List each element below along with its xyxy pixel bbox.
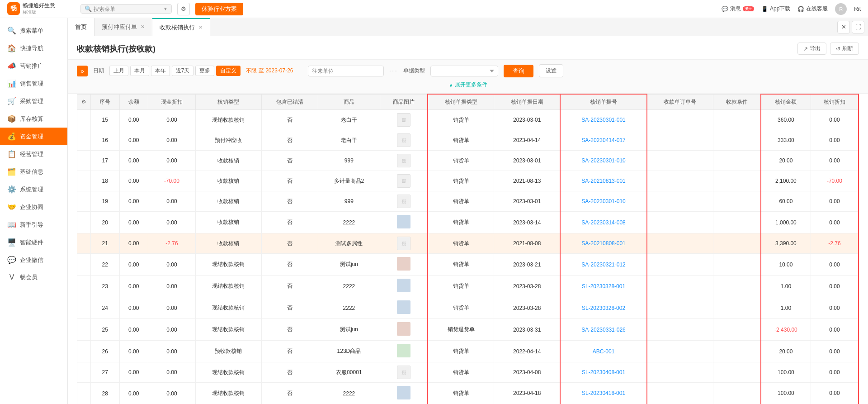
verify-doc-no-link[interactable]: SA-20230321-012 [581,261,625,268]
cell-cash-discount: 0.00 [148,276,196,297]
verify-doc-no-link[interactable]: SA-20230301-010 [581,157,625,164]
message-label: 消息 [730,5,741,13]
cell-receipt-terms [713,362,761,383]
search-icon: 🔍 [7,26,16,35]
col-header-cash-discount: 现金折扣 [148,94,196,110]
message-item[interactable]: 💬 消息 99+ [722,5,754,13]
gear-button[interactable]: ⚙ [177,3,190,15]
goods-img [397,322,410,336]
sidebar-label-vip: 畅会员 [20,273,38,281]
cell-verify-amount: 360.00 [761,110,811,130]
expand-label: 展开更多条件 [455,81,487,89]
partner-input[interactable] [308,66,384,76]
cell-balance: 0.00 [119,341,148,362]
tab-receivable-close[interactable]: ✕ [198,24,203,30]
logo-text-block: 畅捷通好生意 标准版 [23,2,55,15]
sidebar-item-basic[interactable]: 🗂️ 基础信息 [0,163,67,181]
cell-verify-doc-type: 销货单 [428,383,494,404]
tab-receivable[interactable]: 收款核销执行 ✕ [152,18,210,36]
custom-date-btn[interactable]: 自定义 [216,66,241,76]
sidebar-item-guide[interactable]: 📖 新手引导 [0,216,67,233]
query-btn[interactable]: 查询 [504,65,533,77]
sidebar-item-collab[interactable]: 🤝 企业协同 [0,198,67,216]
this-year-btn[interactable]: 本年 [151,66,170,76]
cell-cash-discount: 0.00 [148,341,196,362]
cell-goods-img [380,297,428,319]
expand-arrow-btn[interactable]: » [77,66,88,76]
last-7days-btn[interactable]: 近7天 [172,66,194,76]
sidebar-item-inventory[interactable]: 📦 库存核算 [0,110,67,128]
verify-doc-no-link[interactable]: SA-20210813-001 [581,178,625,184]
verify-doc-no-link[interactable]: SL-20230328-002 [582,305,625,311]
more-date-btn[interactable]: 更多 [195,66,214,76]
app-download-item[interactable]: 📱 App下载 [761,5,790,13]
cell-receipt-order-no [647,254,713,276]
tab-home[interactable]: 首页 [68,18,94,36]
col-header-receipt-order-no: 收款单订单号 [647,94,713,110]
refresh-btn[interactable]: ↺ 刷新 [830,43,859,55]
sidebar-item-marketing[interactable]: 📣 营销推广 [0,57,67,75]
cell-receipt-order-no [647,341,713,362]
cell-goods-img [380,383,428,404]
user-avatar[interactable]: R [835,3,847,15]
col-header-verify-doc-date: 核销单据日期 [494,94,561,110]
sidebar-item-purchase[interactable]: 🛒 采购管理 [0,92,67,110]
cell-cash-discount: 0.00 [148,110,196,130]
this-month-btn[interactable]: 本月 [130,66,149,76]
sidebar-item-vip[interactable]: V 畅会员 [0,269,67,286]
verify-doc-no-link[interactable]: SA-20210808-001 [581,240,625,247]
sidebar-item-system[interactable]: ⚙️ 系统管理 [0,181,67,198]
last-month-btn[interactable]: 上月 [109,66,128,76]
cell-goods: 999 [318,191,380,212]
verify-doc-no-link[interactable]: SA-20230301-001 [581,117,625,123]
cell-included-cleared: 否 [261,151,318,171]
sidebar-item-sales[interactable]: 📊 销售管理 [0,75,67,92]
cell-balance: 0.00 [119,110,148,130]
verify-doc-no-link[interactable]: SL-20230408-001 [582,369,625,375]
cell-cash-discount: -70.00 [148,171,196,191]
table-row: 23 0.00 0.00 现结收款核销 否 2222 销货单 2023-03-2… [77,276,859,297]
online-service-item[interactable]: 🎧 在线客服 [797,5,828,13]
hardware-icon: 🖥️ [7,238,16,247]
settings-filter-btn[interactable]: 设置 [539,64,563,77]
sidebar-item-quicknav[interactable]: 🏠 快捷导航 [0,39,67,57]
verify-doc-no-link[interactable]: SA-20230414-017 [581,137,625,143]
verify-doc-no-link[interactable]: SL-20230328-001 [582,283,625,290]
sidebar-item-business[interactable]: 📋 经营管理 [0,145,67,163]
tab-prepay[interactable]: 预付冲应付单 ✕ [94,18,152,36]
tab-receivable-label: 收款核销执行 [160,24,195,32]
voucher-type-select[interactable] [430,66,498,76]
tab-close-all-btn[interactable]: ✕ [837,21,850,33]
sidebar-item-wechat[interactable]: 💬 企业微信 [0,251,67,269]
col-header-goods-img: 商品图片 [380,94,428,110]
verify-doc-no-link[interactable]: SA-20230314-008 [581,219,625,226]
verify-doc-no-link[interactable]: ABC-001 [593,348,615,355]
sidebar-item-finance[interactable]: 💰 资金管理 [0,128,67,145]
cell-receipt-order-no [647,191,713,212]
cell-verify-doc-type: 销货退货单 [428,319,494,341]
expand-more-btn[interactable]: ∨ 展开更多条件 [449,81,487,89]
search-input[interactable] [94,6,161,12]
cell-verify-amount: 100.00 [761,362,811,383]
cell-no: 27 [91,362,120,383]
cell-verify-amount: 60.00 [761,191,811,212]
verify-doc-no-link[interactable]: SA-20230331-026 [581,327,625,333]
sidebar-item-hardware[interactable]: 🖥️ 智能硬件 [0,233,67,251]
sidebar-item-search[interactable]: 🔍 搜索菜单 [0,22,67,39]
tab-prepay-close[interactable]: ✕ [141,24,145,30]
cell-goods-img: 🖼 [380,171,428,191]
col-header-settings[interactable]: ⚙ [77,94,91,110]
goods-img-placeholder: 🖼 [397,195,410,208]
cell-goods-img [380,319,428,341]
export-btn[interactable]: ↗ 导出 [797,43,826,55]
industry-btn[interactable]: 休验行业方案 [195,3,243,15]
tab-maximize-btn[interactable]: ⛶ [852,21,864,33]
marketing-icon: 📣 [7,62,16,70]
tab-prepay-label: 预付冲应付单 [102,23,137,31]
verify-doc-no-link[interactable]: SA-20230301-010 [581,198,625,204]
col-header-verify-type: 核销类型 [195,94,261,110]
verify-doc-no-link[interactable]: SL-20230418-001 [582,390,625,396]
cell-verify-discount: -70.00 [811,171,859,191]
cell-receipt-order-no [647,130,713,151]
search-area[interactable]: 🔍 ▼ [80,4,172,14]
